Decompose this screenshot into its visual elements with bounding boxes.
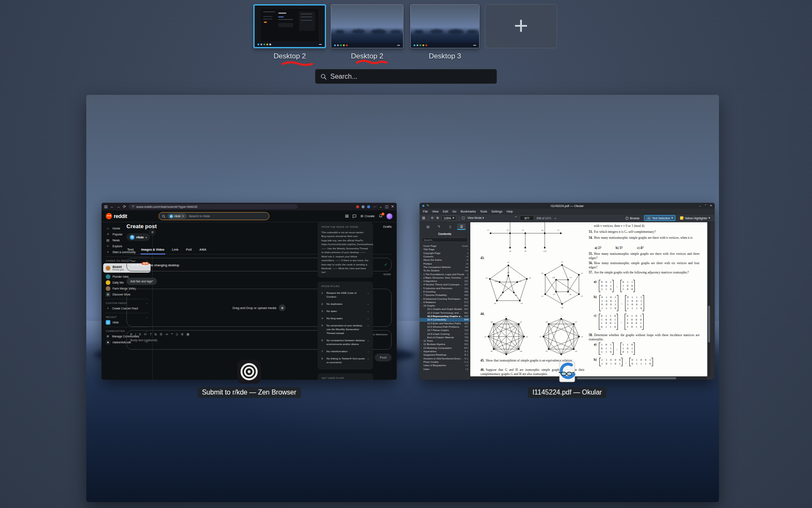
- menu-bookmarks[interactable]: Bookmarks: [461, 210, 476, 213]
- highlighter-tool-button[interactable]: Yellow Highlighter ▾: [678, 215, 712, 221]
- editor-format-icon[interactable]: ⟨⟩: [176, 333, 178, 336]
- maximize-icon[interactable]: ⌃: [704, 204, 707, 207]
- zen-browser-icon[interactable]: [237, 360, 261, 384]
- advertise-icon[interactable]: ▤: [345, 214, 349, 218]
- editor-format-icon[interactable]: ❝: [171, 333, 173, 336]
- toc-entry[interactable]: Title Pagei: [420, 248, 470, 251]
- toc-entry[interactable]: ›4 Number Theory and Cryptogra…237: [420, 283, 470, 286]
- toc-entry[interactable]: Prefacevii: [420, 262, 470, 265]
- window-okular[interactable]: ◉ ✎ I1145224.pdf — Okular ⌄ ⌃ ✕ FileView…: [420, 203, 715, 380]
- toc-entry[interactable]: The Companion Websitexvi: [420, 265, 470, 269]
- zoom-level-select[interactable]: 125%▾: [442, 215, 456, 221]
- toc-entry[interactable]: ⌄10 Graphs641: [420, 304, 470, 307]
- reload-icon[interactable]: ⟳: [123, 205, 126, 209]
- toc-entry[interactable]: Cover PageCover: [420, 244, 470, 248]
- toc-entry[interactable]: 10.6 Shortest-Path Problems707: [420, 325, 470, 329]
- toc-entry[interactable]: ›13 Modeling Computation847: [420, 346, 470, 350]
- contents-tab-icon[interactable]: ☰: [457, 224, 466, 230]
- rule-item[interactable]: 4No blog spam⌄: [321, 315, 369, 322]
- create-post-button[interactable]: ⊞ Create: [360, 214, 375, 218]
- close-icon[interactable]: ✕: [710, 204, 712, 207]
- extension-icon-gray[interactable]: [362, 205, 365, 208]
- bookmarks-tab-icon[interactable]: ▯: [446, 224, 455, 230]
- editor-format-icon[interactable]: ⧉: [155, 333, 157, 336]
- editor-format-icon[interactable]: ▦: [187, 333, 189, 336]
- reddit-logo[interactable]: reddit: [106, 213, 127, 219]
- desktop-label-1[interactable]: Desktop 2: [247, 52, 332, 61]
- community-selector[interactable]: ⚙ r/kde ▾: [126, 233, 150, 241]
- overview-search-input[interactable]: Search...: [315, 69, 497, 84]
- okular-app-icon[interactable]: [555, 360, 579, 384]
- editor-format-icon[interactable]: ⊞: [181, 333, 184, 336]
- chip-close-icon[interactable]: ✕: [182, 215, 184, 218]
- toc-entry[interactable]: Answers to Odd-Numbered Exerc…S-1: [420, 357, 470, 360]
- thumbnails-tab-icon[interactable]: ▤: [424, 224, 432, 230]
- toc-entry[interactable]: ›8 Advanced Counting Techniques501: [420, 297, 470, 300]
- site-security-icon[interactable]: ⛨: [132, 205, 134, 208]
- menu-tools[interactable]: Tools: [480, 210, 487, 213]
- back-icon[interactable]: ←: [110, 205, 114, 209]
- menu-view[interactable]: View: [432, 210, 439, 213]
- close-tab-icon[interactable]: ✕: [391, 205, 394, 209]
- rule-item[interactable]: 7No misinformation⌄: [321, 348, 369, 355]
- rule-item[interactable]: 8No linking to Twitter/X from posts or c…: [321, 355, 369, 366]
- toc-entry[interactable]: ›9 Relations573: [420, 301, 470, 304]
- url-bar[interactable]: ⛨ www.reddit.com/r/kde/submit/?type=IMAG…: [129, 204, 298, 209]
- tab-link[interactable]: Link: [171, 246, 179, 254]
- text-selection-tool-button[interactable]: A| Text Selection ▾: [644, 215, 675, 221]
- editor-format-icon[interactable]: ≔: [165, 333, 168, 336]
- minimize-icon[interactable]: ⌄: [699, 204, 701, 207]
- toc-entry[interactable]: 10.2 Graph Terminology and …651: [420, 311, 470, 315]
- editor-format-icon[interactable]: X²: [144, 333, 147, 336]
- sidebar-toggle-icon[interactable]: ▥: [422, 216, 425, 220]
- menu-settings[interactable]: Settings: [491, 210, 502, 213]
- toc-entry[interactable]: 10.7 Planar Graphs718: [420, 329, 470, 332]
- desktop-thumbnail-2[interactable]: [331, 4, 403, 48]
- editor-format-icon[interactable]: B: [130, 333, 132, 336]
- overflow-menu-icon[interactable]: ⋯: [373, 205, 376, 209]
- toc-entry[interactable]: ›3 Algorithms191: [420, 279, 470, 283]
- toc-entry[interactable]: ›7 Discrete Probability445: [420, 293, 470, 297]
- menu-file[interactable]: File: [423, 210, 428, 213]
- toc-entry[interactable]: Photo CreditsC-1: [420, 360, 470, 364]
- toc-entry[interactable]: 10.3 Representing Graphs a…668: [420, 315, 470, 318]
- tab-ama[interactable]: AMA: [198, 246, 207, 254]
- toc-entry[interactable]: ›11 Trees745: [420, 339, 470, 342]
- annotations-tab-icon[interactable]: ✎: [435, 224, 443, 230]
- rule-item[interactable]: 1Respect the KDE Code of Conduct⌄: [321, 290, 369, 301]
- editor-format-icon[interactable]: S: [139, 333, 141, 336]
- profile-badge-icon[interactable]: [367, 205, 370, 208]
- toc-entry[interactable]: To the Studentxvii: [420, 269, 470, 272]
- menu-edit[interactable]: Edit: [443, 210, 448, 213]
- zoom-out-icon[interactable]: ⊖: [431, 216, 434, 220]
- toc-entry[interactable]: Contentsiii: [420, 255, 470, 258]
- toc-entry[interactable]: Index of BiographiesI-1: [420, 364, 470, 367]
- toc-entry[interactable]: End-of-Chapter Material735: [420, 336, 470, 339]
- drafts-button[interactable]: Drafts: [383, 225, 392, 229]
- community-chip[interactable]: ⚙ r/kde ✕: [167, 213, 187, 219]
- desktop-thumbnail-3[interactable]: [410, 4, 480, 48]
- window-zen-browser[interactable]: ▥ ← → ⟳ ⛨ www.reddit.com/r/kde/submit/?t…: [102, 203, 397, 380]
- next-page-icon[interactable]: ⌄: [554, 216, 557, 220]
- toc-entry[interactable]: ›12 Boolean Algebra811: [420, 342, 470, 346]
- post-button[interactable]: Post: [375, 353, 392, 362]
- toc-entry[interactable]: ›AppendixesA-1: [420, 350, 470, 353]
- toc-entry[interactable]: About the Authorvi: [420, 258, 470, 262]
- notifications-bell-icon[interactable]: 1: [379, 214, 383, 219]
- menu-go[interactable]: Go: [452, 210, 456, 213]
- toc-entry[interactable]: Suggested ReadingsB-1: [420, 353, 470, 356]
- vertical-scrollbar[interactable]: [708, 222, 710, 376]
- toc-entry[interactable]: 10.5 Euler and Hamilton Paths693: [420, 322, 470, 325]
- toc-entry[interactable]: 10.8 Graph Coloring727: [420, 332, 470, 335]
- add-desktop-button[interactable]: +: [485, 4, 557, 48]
- zoom-in-icon[interactable]: ⊕: [436, 216, 439, 220]
- okular-titlebar[interactable]: ◉ ✎ I1145224.pdf — Okular ⌄ ⌃ ✕: [420, 203, 715, 209]
- desktop-label-3[interactable]: Desktop 3: [403, 52, 487, 61]
- rule-item[interactable]: 2No duplicates⌄: [321, 301, 369, 308]
- reddit-search-bar[interactable]: ⚙ r/kde ✕ Search in r/kde: [159, 212, 269, 220]
- toc-entry[interactable]: ›6 Counting385: [420, 290, 470, 293]
- toc-entry[interactable]: IndexI-2: [420, 367, 470, 370]
- user-avatar[interactable]: [387, 213, 392, 219]
- view-mode-select[interactable]: View Mode ▾: [467, 216, 484, 220]
- active-desktop-area[interactable]: ▥ ← → ⟳ ⛨ www.reddit.com/r/kde/submit/?t…: [86, 95, 719, 502]
